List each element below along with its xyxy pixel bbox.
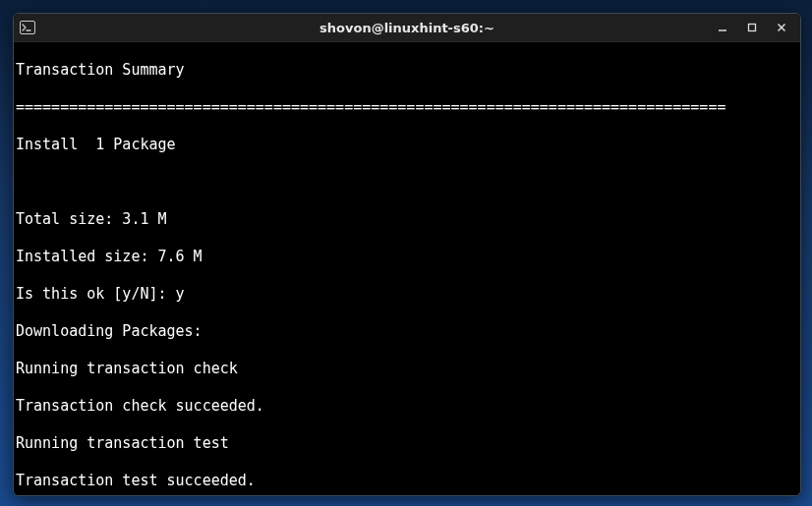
terminal-window: shovon@linuxhint-s60:~ Transaction Summa… xyxy=(13,13,801,496)
window-controls xyxy=(710,18,794,37)
line-divider: ========================================… xyxy=(16,98,798,117)
maximize-button[interactable] xyxy=(739,18,765,37)
line-running-test: Running transaction test xyxy=(16,434,798,453)
window-title: shovon@linuxhint-s60:~ xyxy=(14,21,800,35)
line-install-count: Install 1 Package xyxy=(16,136,798,154)
terminal-icon xyxy=(20,21,35,34)
minimize-button[interactable] xyxy=(710,18,735,37)
desktop-background: shovon@linuxhint-s60:~ Transaction Summa… xyxy=(0,0,812,506)
line-total-size: Total size: 3.1 M xyxy=(16,210,798,229)
line-blank-1 xyxy=(16,173,798,192)
terminal-output[interactable]: Transaction Summary ====================… xyxy=(14,42,800,495)
close-button[interactable] xyxy=(769,18,794,37)
line-check-succeeded: Transaction check succeeded. xyxy=(16,397,798,416)
line-downloading: Downloading Packages: xyxy=(16,322,798,341)
line-summary-header: Transaction Summary xyxy=(16,61,798,80)
svg-rect-0 xyxy=(21,22,35,34)
line-running-check: Running transaction check xyxy=(16,360,798,378)
line-test-succeeded: Transaction test succeeded. xyxy=(16,472,798,490)
svg-rect-3 xyxy=(749,25,756,31)
line-confirm: Is this ok [y/N]: y xyxy=(16,285,798,304)
line-installed-size: Installed size: 7.6 M xyxy=(16,248,798,266)
titlebar[interactable]: shovon@linuxhint-s60:~ xyxy=(14,14,800,42)
